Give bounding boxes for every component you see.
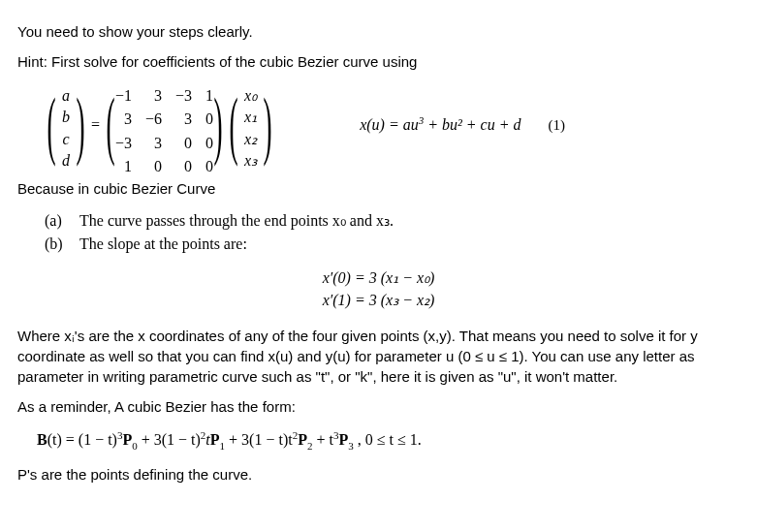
bezier-t1: (t) = (1 − t)	[47, 431, 117, 448]
list-item-b: (b) The slope at the points are:	[45, 234, 740, 255]
x2: x₂	[238, 129, 263, 150]
m10: 3	[115, 109, 132, 130]
marker-a: (a)	[45, 210, 70, 232]
x3: x₃	[238, 150, 263, 172]
bezier-P0: P	[122, 431, 132, 448]
text-b: The slope at the points are:	[79, 234, 247, 255]
coefficient-matrix: ( −1 3 −3 1 3 −6 3 0 −3 3 0 0 1 0 0 0 )	[106, 85, 223, 165]
lhs-a: a	[56, 85, 76, 107]
lhs-b: b	[56, 107, 76, 128]
slope-line-1: x′(0) = 3 (x₁ − x₀)	[17, 267, 740, 289]
m30: 1	[115, 156, 132, 177]
intro-text: You need to show your steps clearly.	[17, 21, 740, 42]
slope-equations: x′(0) = 3 (x₁ − x₀) x′(1) = 3 (x₃ − x₂)	[17, 267, 740, 312]
bezier-B: B	[37, 431, 47, 448]
m20: −3	[115, 133, 132, 154]
m02: −3	[175, 85, 192, 107]
where-paragraph: Where xᵢ's are the x coordinates of any …	[17, 326, 740, 387]
bezier-plus2: + 3(1 − t)t	[225, 431, 293, 448]
m03: 1	[205, 85, 213, 107]
bezier-P2: P	[298, 431, 307, 448]
bezier-P3: P	[338, 431, 348, 448]
equation-number: (1)	[549, 115, 566, 136]
bezier-formula: B(t) = (1 − t)3P0 + 3(1 − t)2tP1 + 3(1 −…	[37, 428, 740, 454]
matrix-equation: ( a b c d ) = ( −1 3 −3 1 3 −6 3 0 −3 3	[47, 85, 272, 165]
poly-lhs: x(u) = au	[360, 116, 419, 133]
m23: 0	[205, 133, 213, 154]
m01: 3	[145, 85, 162, 107]
poly-rest: + bu² + cu + d	[424, 116, 520, 133]
text-a: The curve passes through the end points …	[79, 210, 394, 232]
m22: 0	[175, 133, 192, 154]
lhs-c: c	[56, 129, 76, 150]
bezier-P1: P	[210, 431, 220, 448]
slope-line-2: x′(1) = 3 (x₃ − x₂)	[17, 290, 740, 311]
x-vector: ( x₀ x₁ x₂ x₃ )	[229, 85, 272, 165]
x0: x₀	[238, 85, 263, 107]
marker-b: (b)	[45, 234, 70, 255]
lhs-d: d	[56, 150, 76, 172]
equals-sign: =	[91, 114, 100, 136]
matrix-equation-block: ( a b c d ) = ( −1 3 −3 1 3 −6 3 0 −3 3	[17, 85, 740, 165]
ps-text: P's are the points defining the curve.	[17, 464, 740, 485]
hint-text: Hint: First solve for coefficients of th…	[17, 51, 740, 72]
lhs-vector: ( a b c d )	[47, 85, 85, 165]
m33: 0	[205, 156, 213, 177]
bezier-range: , 0 ≤ t ≤ 1.	[354, 431, 422, 448]
property-list: (a) The curve passes through the end poi…	[17, 210, 740, 256]
bezier-plus3: + t	[312, 431, 332, 448]
list-item-a: (a) The curve passes through the end poi…	[45, 210, 740, 232]
x1: x₁	[238, 107, 263, 128]
polynomial: x(u) = au3 + bu² + cu + d	[360, 113, 520, 137]
m32: 0	[175, 156, 192, 177]
m31: 0	[145, 156, 162, 177]
m21: 3	[145, 133, 162, 154]
m12: 3	[175, 109, 192, 130]
m13: 0	[205, 109, 213, 130]
m11: −6	[145, 109, 162, 130]
reminder-text: As a reminder, A cubic Bezier has the fo…	[17, 396, 740, 417]
m00: −1	[115, 85, 132, 107]
bezier-plus1: + 3(1 − t)	[138, 431, 201, 448]
because-text: Because in cubic Bezier Curve	[17, 178, 740, 199]
